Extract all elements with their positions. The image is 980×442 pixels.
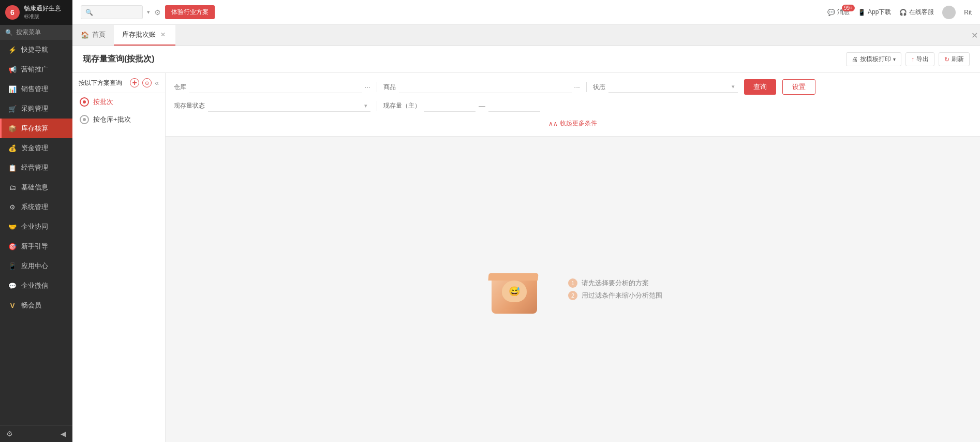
- refresh-label: 刷新: [952, 55, 964, 64]
- topbar-chevron-icon[interactable]: ▾: [147, 9, 150, 16]
- topbar-gear-icon[interactable]: ⚙: [154, 8, 161, 17]
- sidebar-item-label: 企业微信: [21, 281, 48, 290]
- sidebar-item-quick-nav[interactable]: ⚡ 快捷导航: [0, 40, 72, 60]
- inventory-qty-min-input[interactable]: [424, 100, 476, 112]
- purchase-icon: 🛒: [8, 104, 17, 113]
- app-logo: 6: [5, 5, 20, 20]
- sales-icon: 📊: [8, 84, 17, 94]
- sidebar-item-purchase[interactable]: 🛒 采购管理: [0, 99, 72, 119]
- query-button[interactable]: 查询: [744, 79, 776, 95]
- empty-illustration: 😅: [483, 261, 545, 318]
- refresh-button[interactable]: ↻ 刷新: [939, 52, 970, 66]
- trial-button[interactable]: 体验行业方案: [165, 5, 215, 19]
- scheme-add-icon[interactable]: +: [130, 78, 139, 87]
- sidebar-item-label: 经营管理: [21, 163, 48, 172]
- tab-close-icon[interactable]: ✕: [159, 31, 167, 39]
- inventory-qty-filter: 现存量（主） —: [383, 100, 580, 112]
- user-avatar[interactable]: [942, 6, 956, 19]
- inventory-status-filter: 现存量状态 ▾: [174, 100, 370, 112]
- online-support-label: 在线客服: [909, 8, 934, 17]
- message-icon: 💬: [827, 9, 835, 16]
- inventory-status-label: 现存量状态: [174, 101, 205, 110]
- sidebar-item-vip[interactable]: V 畅会员: [0, 296, 72, 315]
- scheme-item-warehouse-batch[interactable]: 按仓库+批次: [72, 111, 165, 128]
- empty-tip-1: 1 请先选择要分析的方案: [568, 278, 662, 288]
- tip-1-num: 1: [568, 278, 577, 288]
- sidebar-item-system[interactable]: ⚙ 系统管理: [0, 197, 72, 217]
- sidebar-item-label: 采购管理: [21, 104, 48, 113]
- sidebar-item-marketing[interactable]: 📢 营销推广: [0, 60, 72, 79]
- sidebar-item-label: 资金管理: [21, 143, 48, 153]
- scheme-collapse-icon[interactable]: «: [155, 79, 159, 87]
- sidebar-item-finance[interactable]: 💰 资金管理: [0, 138, 72, 158]
- company-name: 畅康通好生意: [24, 5, 61, 13]
- quick-nav-icon: ⚡: [8, 45, 17, 54]
- setup-button[interactable]: 设置: [782, 79, 815, 95]
- scheme-item-batch[interactable]: 按批次: [72, 93, 165, 111]
- tabs-bar: 🏠 首页 库存批次账 ✕ ✕: [72, 25, 980, 46]
- tab-home[interactable]: 🏠 首页: [72, 25, 114, 46]
- warehouse-input[interactable]: [189, 81, 362, 93]
- tab-home-label: 首页: [92, 30, 106, 39]
- sidebar-item-new-guide[interactable]: 🎯 新手引导: [0, 237, 72, 256]
- sidebar-item-enterprise-wechat[interactable]: 💬 企业微信: [0, 276, 72, 296]
- tip-1-text: 请先选择要分析的方案: [582, 278, 649, 288]
- collapse-more-button[interactable]: ∧∧ 收起更多条件: [546, 117, 599, 130]
- status-label: 状态: [593, 83, 605, 92]
- print-button[interactable]: 🖨 按模板打印 ▾: [846, 52, 901, 66]
- operations-icon: 📋: [8, 163, 17, 172]
- sidebar-item-sales[interactable]: 📊 销售管理: [0, 79, 72, 99]
- sidebar: 6 畅康通好生意 标准版 🔍 搜索菜单 ⚡ 快捷导航 📢 营销推广 📊 销售管理…: [0, 0, 72, 442]
- close-page-icon[interactable]: ✕: [969, 28, 980, 42]
- headset-icon: 🎧: [899, 9, 907, 16]
- sidebar-footer: ⚙ ◀: [0, 425, 72, 442]
- status-filter: 状态 ▾: [593, 81, 738, 93]
- sidebar-collapse-icon[interactable]: ◀: [61, 430, 66, 438]
- export-label: 导出: [916, 55, 929, 64]
- sidebar-item-label: 库存核算: [21, 124, 48, 133]
- product-filter: 商品 ···: [383, 81, 580, 93]
- warehouse-filter: 仓库 ···: [174, 81, 370, 93]
- search-menu-label: 搜索菜单: [16, 28, 41, 37]
- print-icon: 🖨: [852, 56, 858, 63]
- online-support-button[interactable]: 🎧 在线客服: [899, 8, 934, 17]
- scheme-batch-label: 按批次: [93, 97, 113, 107]
- scheme-panel: 按以下方案查询 + ⊙ « 按批次 按仓库+批次: [72, 73, 166, 442]
- main-area: 🔍 ▾ ⚙ 体验行业方案 💬 消息 99+ 📱 App下载 🎧 在线客服 Rit: [72, 0, 980, 442]
- sidebar-item-label: 企业协同: [21, 222, 48, 231]
- product-input[interactable]: [399, 81, 572, 93]
- sidebar-item-app-center[interactable]: 📱 应用中心: [0, 256, 72, 276]
- tip-2-num: 2: [568, 291, 577, 300]
- sidebar-item-operations[interactable]: 📋 经营管理: [0, 158, 72, 178]
- status-dropdown[interactable]: ▾: [608, 81, 738, 93]
- sidebar-search[interactable]: 🔍 搜索菜单: [0, 25, 72, 40]
- sidebar-settings-icon[interactable]: ⚙: [6, 430, 13, 438]
- topbar: 🔍 ▾ ⚙ 体验行业方案 💬 消息 99+ 📱 App下载 🎧 在线客服 Rit: [72, 0, 980, 25]
- filter-separator-3: [377, 101, 377, 111]
- finance-icon: 💰: [8, 143, 17, 153]
- right-panel: 仓库 ··· 商品 ··· 状态: [166, 73, 980, 442]
- inventory-qty-max-input[interactable]: [488, 100, 540, 112]
- scheme-settings-icon[interactable]: ⊙: [142, 78, 152, 87]
- topbar-search-box[interactable]: 🔍: [81, 5, 143, 19]
- svg-point-1: [83, 118, 86, 121]
- page-title: 现存量查询(按批次): [83, 54, 155, 65]
- collapse-arrow-icon: ∧∧: [548, 120, 558, 127]
- product-more-icon[interactable]: ···: [574, 83, 580, 91]
- filter-row-1: 仓库 ··· 商品 ··· 状态: [174, 79, 972, 95]
- sidebar-item-inventory[interactable]: 📦 库存核算: [0, 119, 72, 138]
- export-button[interactable]: ↑ 导出: [905, 52, 934, 66]
- inventory-status-dropdown[interactable]: ▾: [208, 100, 370, 112]
- sidebar-item-enterprise[interactable]: 🤝 企业协同: [0, 217, 72, 237]
- enterprise-icon: 🤝: [8, 222, 17, 231]
- sidebar-item-basic-info[interactable]: 🗂 基础信息: [0, 178, 72, 197]
- marketing-icon: 📢: [8, 65, 17, 74]
- tab-inventory-batch[interactable]: 库存批次账 ✕: [114, 25, 175, 46]
- warehouse-more-icon[interactable]: ···: [364, 83, 370, 91]
- content-area: 按以下方案查询 + ⊙ « 按批次 按仓库+批次: [72, 73, 980, 442]
- sidebar-item-label: 应用中心: [21, 261, 48, 271]
- app-download-button[interactable]: 📱 App下载: [858, 8, 891, 17]
- message-button[interactable]: 💬 消息 99+: [827, 8, 850, 17]
- tab-inventory-batch-label: 库存批次账: [122, 30, 156, 39]
- app-edition: 标准版: [24, 13, 61, 20]
